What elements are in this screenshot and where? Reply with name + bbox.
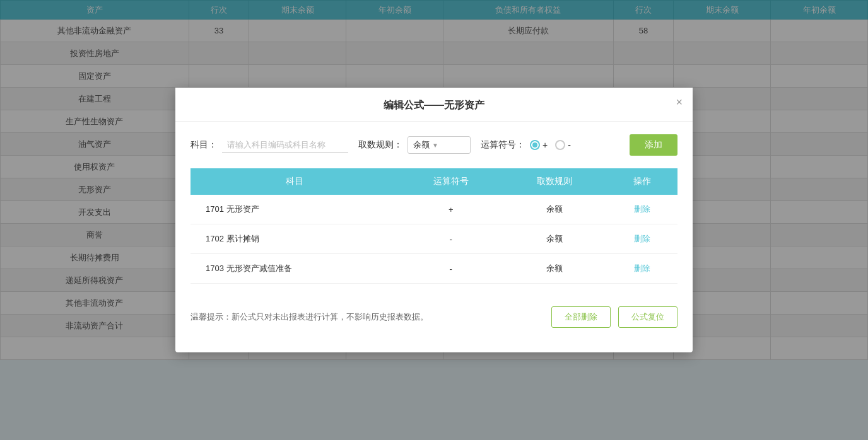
operator-minus-label: - — [568, 140, 571, 150]
formula-table: 科目 运算符号 取数规则 操作 1701 无形资产+余额删除1702 累计摊销-… — [191, 168, 677, 284]
formula-subject-cell: 1702 累计摊销 — [191, 224, 399, 254]
add-button[interactable]: 添加 — [630, 134, 677, 156]
rule-select-value: 余额 — [413, 139, 430, 151]
operator-radio-group: + - — [530, 140, 571, 150]
rule-label: 取数规则： — [358, 139, 402, 151]
reset-formula-button[interactable]: 公式复位 — [618, 306, 677, 328]
modal-close-button[interactable]: × — [676, 96, 683, 108]
subject-group: 科目： — [191, 137, 348, 153]
rule-group: 取数规则： 余额 ▼ — [358, 136, 471, 154]
form-row: 科目： 取数规则： 余额 ▼ 运算符号： + — [191, 134, 677, 156]
formula-subject-cell: 1703 无形资产减值准备 — [191, 254, 399, 284]
col-header-action: 操作 — [607, 168, 677, 195]
radio-minus-icon — [555, 140, 565, 150]
rule-select[interactable]: 余额 ▼ — [408, 136, 471, 154]
operator-group: 运算符号： + - — [481, 139, 571, 151]
modal-footer: 温馨提示：新公式只对未出报表进行计算，不影响历史报表数据。 全部删除 公式复位 — [175, 296, 693, 340]
delete-row-2-button[interactable]: 删除 — [634, 263, 650, 273]
formula-table-row: 1702 累计摊销-余额删除 — [191, 224, 677, 254]
modal-title: 编辑公式——无形资产 — [384, 100, 484, 110]
formula-operator-cell: - — [399, 224, 503, 254]
formula-action-cell: 删除 — [607, 195, 677, 224]
modal-body: 科目： 取数规则： 余额 ▼ 运算符号： + — [175, 122, 693, 296]
subject-label: 科目： — [191, 139, 217, 151]
delete-row-0-button[interactable]: 删除 — [634, 204, 650, 214]
col-header-subject: 科目 — [191, 168, 399, 195]
formula-action-cell: 删除 — [607, 254, 677, 284]
delete-all-button[interactable]: 全部删除 — [551, 306, 611, 328]
formula-rule-cell: 余额 — [503, 224, 607, 254]
edit-formula-modal: 编辑公式——无形资产 × 科目： 取数规则： 余额 ▼ 运算 — [175, 88, 693, 352]
delete-row-1-button[interactable]: 删除 — [634, 234, 650, 243]
col-header-operator: 运算符号 — [399, 168, 503, 195]
radio-plus-icon — [530, 140, 540, 150]
modal-overlay: 编辑公式——无形资产 × 科目： 取数规则： 余额 ▼ 运算 — [0, 0, 868, 440]
footer-tip: 温馨提示：新公式只对未出报表进行计算，不影响历史报表数据。 — [191, 311, 428, 323]
chevron-down-icon: ▼ — [432, 142, 438, 149]
operator-label: 运算符号： — [481, 139, 525, 151]
formula-table-row: 1701 无形资产+余额删除 — [191, 195, 677, 224]
footer-actions: 全部删除 公式复位 — [551, 306, 677, 328]
formula-table-row: 1703 无形资产减值准备-余额删除 — [191, 254, 677, 284]
formula-rule-cell: 余额 — [503, 195, 607, 224]
operator-plus-label: + — [542, 140, 548, 150]
formula-operator-cell: - — [399, 254, 503, 284]
col-header-rule: 取数规则 — [503, 168, 607, 195]
modal-header: 编辑公式——无形资产 × — [175, 88, 693, 122]
formula-action-cell: 删除 — [607, 224, 677, 254]
formula-rule-cell: 余额 — [503, 254, 607, 284]
formula-subject-cell: 1701 无形资产 — [191, 195, 399, 224]
subject-input[interactable] — [222, 137, 348, 153]
operator-plus-radio[interactable]: + — [530, 140, 548, 150]
formula-operator-cell: + — [399, 195, 503, 224]
operator-minus-radio[interactable]: - — [555, 140, 571, 150]
